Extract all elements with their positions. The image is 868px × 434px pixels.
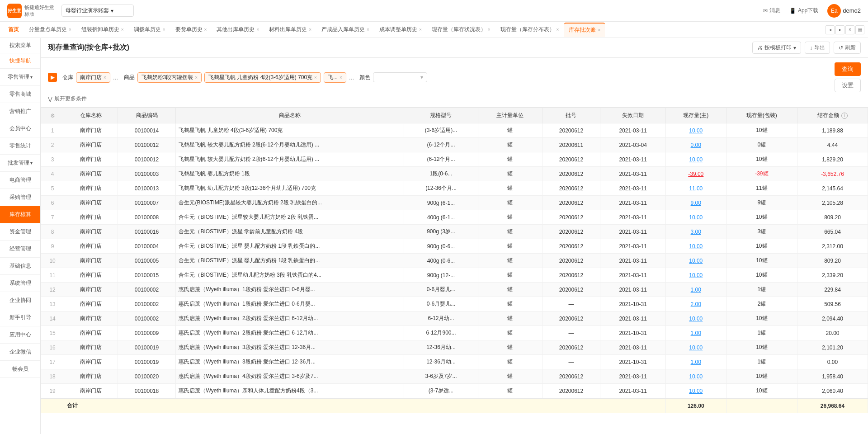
sidebar-item-member-center[interactable]: 会员中心: [0, 120, 40, 137]
row-qty-main[interactable]: 1.00: [665, 283, 726, 297]
tab-home[interactable]: 首页: [4, 23, 24, 37]
sidebar-item-operations[interactable]: 经营管理: [0, 241, 40, 258]
sidebar-item-app-center[interactable]: 应用中心: [0, 326, 40, 344]
tab-menu-btn[interactable]: ▤: [855, 25, 864, 34]
app-download-btn[interactable]: 📱 App下载: [789, 7, 818, 14]
row-warehouse: 南岸门店: [64, 369, 118, 384]
sidebar-item-basics[interactable]: 基础信息: [0, 258, 40, 275]
row-qty-main[interactable]: 1.00: [665, 355, 726, 369]
sidebar-quick-nav[interactable]: 快捷导航: [0, 53, 40, 69]
goods-tag-3[interactable]: 飞... ×: [324, 72, 346, 83]
warehouse-tag[interactable]: 南岸门店 ×: [76, 72, 110, 83]
sidebar-item-retail-shop[interactable]: 零售商城: [0, 86, 40, 103]
row-qty-main[interactable]: 10.00: [665, 340, 726, 355]
refresh-btn[interactable]: ↺ 刷新: [834, 42, 861, 54]
query-btn[interactable]: 查询: [835, 62, 861, 76]
close-tab-11[interactable]: ×: [598, 28, 600, 33]
tab-7[interactable]: 产成品入库单历史 ×: [317, 23, 374, 37]
goods-tag-1[interactable]: 飞鹤奶粉3段丙罐摆装 ×: [137, 72, 202, 83]
warehouse-more[interactable]: ...: [113, 74, 118, 81]
row-expire: 2021-03-11: [600, 369, 665, 384]
sidebar-item-enterprise[interactable]: 企业协同: [0, 292, 40, 309]
row-qty-main[interactable]: 10.00: [665, 268, 726, 283]
row-qty-main[interactable]: 10.00: [665, 369, 726, 384]
row-warehouse: 南岸门店: [64, 210, 118, 225]
row-qty-main[interactable]: 11.00: [665, 181, 726, 196]
row-qty-main[interactable]: 10.00: [665, 254, 726, 268]
tab-11[interactable]: 库存批次账 ×: [564, 23, 605, 37]
goods-tag-1-close[interactable]: ×: [195, 75, 198, 80]
message-btn[interactable]: ✉ 消息: [763, 7, 780, 14]
row-qty-main[interactable]: 2.00: [665, 297, 726, 311]
row-qty-main[interactable]: -39.00: [665, 167, 726, 181]
amount-info-icon[interactable]: i: [841, 113, 848, 119]
row-qty-main[interactable]: 10.00: [665, 123, 726, 138]
row-qty-pkg: 1罐: [726, 355, 797, 369]
row-qty-main[interactable]: 10.00: [665, 239, 726, 254]
tab-1[interactable]: 分量盘点单历史 ×: [24, 23, 76, 37]
sidebar-item-retail-stats[interactable]: 零售统计: [0, 137, 40, 155]
sidebar-item-system[interactable]: 系统管理: [0, 275, 40, 292]
row-qty-main[interactable]: 10.00: [665, 311, 726, 326]
sidebar-item-enterprise-wechat[interactable]: 企业微信: [0, 344, 40, 361]
goods-tag-3-close[interactable]: ×: [340, 75, 342, 80]
tab-prev-btn[interactable]: ◂: [826, 25, 835, 34]
total-row: 合计 126.00 26,968.64: [41, 398, 868, 413]
tab-2[interactable]: 组装拆卸单历史 ×: [77, 23, 128, 37]
sidebar-item-member-vip[interactable]: 畅会员: [0, 361, 40, 378]
row-qty-main[interactable]: 9.00: [665, 196, 726, 210]
sidebar-item-inventory[interactable]: 库存核算: [0, 206, 40, 223]
goods-more[interactable]: ...: [349, 74, 354, 81]
sidebar-item-retail-mgmt[interactable]: 零售管理 ▾: [0, 69, 40, 86]
sidebar-search[interactable]: 搜索菜单: [0, 38, 40, 53]
user-profile[interactable]: Ea demo2: [827, 4, 861, 18]
sidebar-item-marketing[interactable]: 营销推广: [0, 103, 40, 120]
expand-conditions-btn[interactable]: ⋁ 展开更多条件: [48, 95, 861, 103]
close-tab-6[interactable]: ×: [309, 27, 311, 32]
row-qty-main[interactable]: 10.00: [665, 152, 726, 167]
tab-3[interactable]: 调拨单历史 ×: [129, 23, 170, 37]
avatar: Ea: [827, 4, 841, 18]
sidebar-item-wholesale[interactable]: 批发管理 ▾: [0, 155, 40, 172]
tab-4[interactable]: 要货单历史 ×: [171, 23, 212, 37]
export-btn[interactable]: ↓ 导出: [805, 42, 830, 54]
close-tab-2[interactable]: ×: [121, 27, 124, 32]
close-tab-5[interactable]: ×: [256, 27, 259, 32]
tab-5[interactable]: 其他出库单历史 ×: [212, 23, 264, 37]
close-tab-4[interactable]: ×: [204, 27, 207, 32]
expand-btn[interactable]: ▶: [48, 73, 57, 82]
row-batch: 20200612: [542, 369, 600, 384]
tab-10[interactable]: 现存量（库存分布表） ×: [496, 23, 564, 37]
close-tab-7[interactable]: ×: [367, 27, 369, 32]
close-tab-9[interactable]: ×: [488, 27, 491, 32]
tab-9[interactable]: 现存量（库存状况表） ×: [427, 23, 495, 37]
sidebar-item-purchase[interactable]: 采购管理: [0, 189, 40, 206]
sidebar-item-guide[interactable]: 新手引导: [0, 309, 40, 326]
color-select[interactable]: ▾: [373, 72, 427, 82]
row-warehouse: 南岸门店: [64, 123, 118, 138]
sidebar-item-ecommerce[interactable]: 电商管理: [0, 172, 40, 189]
set-btn[interactable]: 设置: [835, 79, 861, 92]
tab-6[interactable]: 材料出库单历史 ×: [264, 23, 316, 37]
row-qty-main[interactable]: 10.00: [665, 384, 726, 399]
close-tab-8[interactable]: ×: [419, 27, 422, 32]
goods-tag-2[interactable]: 飞鹤星飞帆 儿童奶粉 4段(3-6岁适用) 700克 ×: [204, 72, 321, 83]
close-tab-3[interactable]: ×: [163, 27, 165, 32]
row-qty-main[interactable]: 0.00: [665, 138, 726, 152]
print-btn[interactable]: 🖨 按模板打印 ▾: [752, 42, 801, 54]
row-qty-main[interactable]: 1.00: [665, 326, 726, 340]
row-qty-main[interactable]: 10.00: [665, 210, 726, 225]
tab-next-btn[interactable]: ▸: [835, 25, 844, 34]
warehouse-tag-close[interactable]: ×: [104, 75, 106, 80]
goods-tag-2-close[interactable]: ×: [314, 75, 317, 80]
close-tab-1[interactable]: ×: [69, 27, 71, 32]
sidebar-item-finance[interactable]: 资金管理: [0, 223, 40, 241]
row-spec: 900g (6-1...: [404, 196, 478, 210]
tab-8[interactable]: 成本调整单历史 ×: [375, 23, 426, 37]
account-selector[interactable]: 母婴行业演示账套 ▾: [61, 5, 134, 17]
row-code: 00100004: [118, 239, 176, 254]
tab-close-btn[interactable]: ×: [845, 25, 854, 34]
row-qty-main[interactable]: 3.00: [665, 225, 726, 239]
close-tab-10[interactable]: ×: [557, 27, 559, 32]
col-settings[interactable]: ⚙: [41, 108, 64, 123]
